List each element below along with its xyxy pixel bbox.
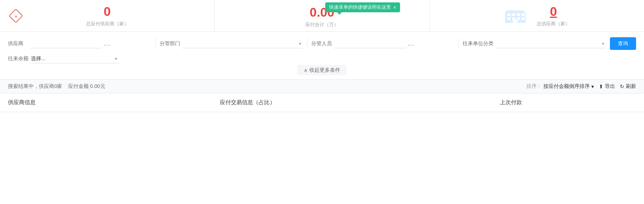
sort-prefix-text: 排序： bbox=[526, 83, 542, 90]
results-bar: 搜索结果中，供应商0家 应付金额 0.00元 排序： 按应付会额倒序排序 ▾ ⬆… bbox=[0, 80, 644, 93]
table-body bbox=[0, 112, 644, 204]
export-button[interactable]: ⬆ 导出 bbox=[599, 83, 615, 90]
supplier-input[interactable] bbox=[30, 39, 101, 48]
unit-class-select[interactable] bbox=[496, 39, 606, 48]
results-amount: 应付金额 0.00元 bbox=[68, 83, 105, 89]
tooltip-close-btn[interactable]: × bbox=[393, 5, 396, 10]
sort-label: 按应付会额倒序排序 bbox=[543, 83, 590, 90]
balance-select[interactable]: 选择... bbox=[31, 54, 119, 63]
export-icon: ⬆ bbox=[599, 84, 603, 90]
svg-rect-15 bbox=[507, 17, 511, 20]
results-actions: 排序： 按应付会额倒序排序 ▾ ⬆ 导出 ↻ 刷新 bbox=[526, 83, 636, 90]
table-col-transaction-info: 应付交易信息（占比） bbox=[220, 99, 492, 106]
svg-rect-14 bbox=[522, 13, 525, 16]
divider-2 bbox=[307, 38, 307, 50]
person-label: 分管人员 bbox=[311, 40, 332, 47]
results-summary: 搜索结果中，供应商0家 应付金额 0.00元 bbox=[8, 83, 105, 90]
svg-rect-18 bbox=[522, 17, 525, 20]
table-header: 供应商信息 应付交易信息（占比） 上次付款 bbox=[0, 93, 644, 112]
balance-filter: 往来余额 选择... ▾ bbox=[8, 54, 119, 63]
unit-class-filter: 往来单位分类 ▾ bbox=[463, 39, 606, 48]
refresh-icon: ↻ bbox=[620, 84, 624, 90]
svg-rect-13 bbox=[517, 13, 520, 16]
payable-suppliers-label: 总应付供应商（家） bbox=[86, 21, 129, 27]
collapse-up-icon: ∧ bbox=[304, 67, 308, 73]
payable-total-label: 应付合计（万） bbox=[305, 21, 339, 28]
export-label: 导出 bbox=[605, 83, 615, 90]
collapse-btn[interactable]: ∧ 收起更多条件 bbox=[297, 65, 347, 75]
results-text: 搜索结果中，供应商0家 bbox=[8, 83, 62, 89]
person-filter: 分管人员 ... bbox=[311, 39, 455, 48]
divider-1 bbox=[155, 38, 156, 50]
total-suppliers-number: 0 bbox=[550, 4, 557, 19]
collapse-label: 收起更多条件 bbox=[309, 67, 340, 74]
refresh-label: 刷新 bbox=[626, 83, 636, 90]
tooltip-text: 快速录单的快捷键说明在这里 bbox=[329, 4, 391, 11]
supplier-dots-btn[interactable]: ... bbox=[104, 40, 110, 47]
balance-label: 往来余额 bbox=[8, 55, 29, 62]
divider-3 bbox=[458, 38, 459, 50]
svg-rect-11 bbox=[507, 13, 511, 16]
svg-rect-19 bbox=[513, 20, 518, 23]
filter-bar: 供应商 ... 分管部门 ▾ 分管人员 ... 往来单位分类 ▾ bbox=[0, 32, 644, 80]
stat-total-payable-suppliers: ★ 0 总应付供应商（家） bbox=[0, 0, 215, 31]
table-col-last-payment: 上次付款 bbox=[500, 99, 636, 106]
supplier-label: 供应商 bbox=[8, 40, 28, 47]
total-suppliers-label: 总供应商（家） bbox=[537, 21, 570, 27]
dept-select[interactable] bbox=[183, 39, 303, 48]
sort-chevron-icon: ▾ bbox=[591, 84, 594, 90]
person-dots-btn[interactable]: ... bbox=[408, 40, 414, 47]
svg-rect-16 bbox=[512, 17, 515, 20]
person-input[interactable] bbox=[334, 39, 406, 48]
stat-total-suppliers: 0 总供应商（家） bbox=[430, 0, 644, 31]
dept-filter: 分管部门 ▾ bbox=[160, 39, 303, 48]
svg-rect-17 bbox=[517, 17, 520, 20]
sort-button[interactable]: 排序： 按应付会额倒序排序 ▾ bbox=[526, 83, 594, 90]
search-button[interactable]: 查询 bbox=[610, 37, 636, 50]
refresh-button[interactable]: ↻ 刷新 bbox=[620, 83, 636, 90]
unit-class-label: 往来单位分类 bbox=[463, 40, 493, 47]
svg-rect-12 bbox=[512, 13, 515, 16]
diamond-icon: ★ bbox=[8, 8, 24, 24]
svg-text:★: ★ bbox=[14, 14, 18, 19]
tooltip-bubble: 快速录单的快捷键说明在这里 × bbox=[325, 2, 400, 12]
stat-payable-total: 快速录单的快捷键说明在这里 × 0.00 应付合计（万） bbox=[215, 0, 429, 31]
payable-suppliers-number: 0 bbox=[104, 4, 111, 19]
unit-class-select-wrapper[interactable]: ▾ bbox=[496, 39, 606, 48]
balance-select-wrapper[interactable]: 选择... ▾ bbox=[31, 54, 119, 63]
svg-rect-10 bbox=[507, 10, 524, 13]
dept-label: 分管部门 bbox=[160, 40, 180, 47]
dept-select-wrapper[interactable]: ▾ bbox=[183, 39, 303, 48]
supplier-filter: 供应商 ... bbox=[8, 39, 151, 48]
building-icon bbox=[503, 8, 527, 24]
table-col-supplier-info: 供应商信息 bbox=[8, 99, 212, 106]
